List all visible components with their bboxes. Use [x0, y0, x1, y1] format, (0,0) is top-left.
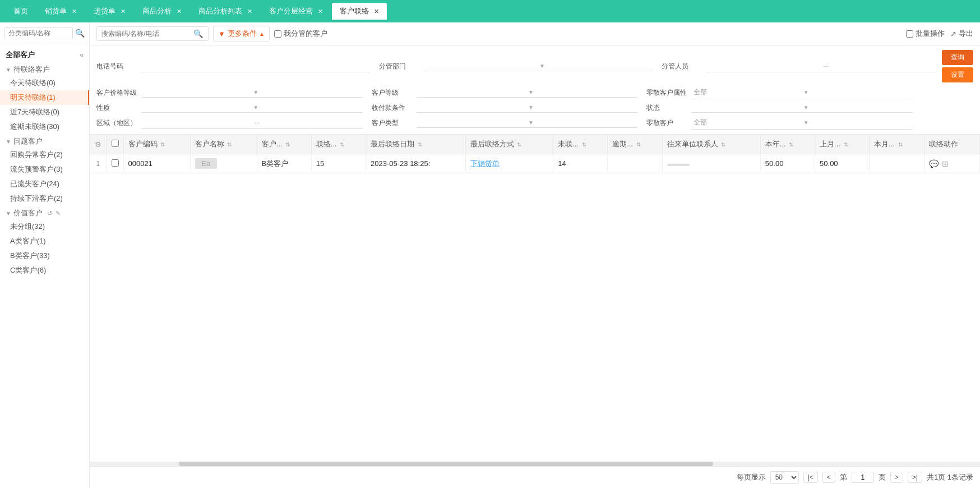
filter-dept: 分管部门 ▼	[379, 61, 653, 71]
customer-type-select[interactable]: ▼	[417, 118, 638, 128]
scrollbar-thumb[interactable]	[179, 462, 713, 466]
nav-product-analysis-list[interactable]: 商品分析列表 ✕	[191, 3, 260, 20]
sidebar-group-problem[interactable]: ▼ 问题客户	[0, 134, 89, 148]
sidebar-item-week[interactable]: 近7天待联络(0)	[0, 105, 89, 119]
my-customer-checkbox[interactable]	[274, 30, 281, 38]
select-all-checkbox[interactable]	[112, 140, 119, 147]
nav-purchase[interactable]: 进货单 ✕	[86, 3, 133, 20]
collapse-sidebar-icon[interactable]: «	[80, 51, 84, 59]
nav-product-analysis[interactable]: 商品分析 ✕	[135, 3, 189, 20]
nature-select[interactable]: ▼	[141, 103, 363, 113]
nav-customer-contact[interactable]: 客户联络 ✕	[332, 3, 387, 20]
sidebar: 🔍 全部客户 « ▼ 待联络客户 今天待联络(0) 明天待联络(1) 近7天待联…	[0, 22, 90, 488]
filter-payment-terms: 收付款条件 ▼	[372, 103, 638, 113]
reset-button[interactable]: 设置	[942, 67, 973, 82]
sidebar-item-class-a[interactable]: A类客户(1)	[0, 234, 89, 248]
row-checkbox[interactable]	[112, 159, 119, 167]
sidebar-item-lost[interactable]: 已流失客户(24)	[0, 177, 89, 191]
manager-select[interactable]: ···	[706, 61, 935, 72]
filter-row-3: 性质 ▼ 收付款条件 ▼ 状态	[96, 103, 973, 113]
sort-icon-type: ⇅	[285, 141, 290, 148]
prev-page-button[interactable]: <	[822, 472, 835, 483]
page-input[interactable]	[852, 472, 874, 483]
close-customer-tier-icon[interactable]: ✕	[318, 8, 323, 15]
filter-retail-customer: 零散客户 全部 ▼	[646, 116, 913, 130]
last-page-button[interactable]: >|	[908, 472, 922, 483]
all-customers-label: 全部客户 «	[0, 47, 89, 62]
sidebar-search-input[interactable]	[4, 27, 73, 39]
customer-level-select[interactable]: ▼	[417, 88, 638, 98]
chevron-down-icon-3: ▼	[528, 89, 635, 95]
close-product-analysis-icon[interactable]: ✕	[177, 8, 182, 15]
query-button[interactable]: 查询	[942, 50, 973, 65]
sidebar-item-class-c[interactable]: C类客户(6)	[0, 263, 89, 278]
last-method-link[interactable]: 下销货单	[470, 159, 500, 168]
grid-action-icon[interactable]: ⊞	[942, 159, 949, 168]
row-last-method[interactable]: 下销货单	[465, 154, 553, 173]
price-level-select[interactable]: ▼	[141, 88, 363, 98]
dept-select[interactable]: ▼	[424, 61, 653, 71]
payment-terms-select[interactable]: ▼	[417, 103, 638, 113]
chevron-up-icon: ▲	[259, 31, 265, 37]
sidebar-item-ungrouped[interactable]: 未分组(32)	[0, 219, 89, 234]
search-input[interactable]	[101, 30, 191, 38]
chevron-down-icon-6: ▼	[528, 104, 635, 111]
close-customer-contact-icon[interactable]: ✕	[374, 8, 379, 15]
sort-icon-date: ⇅	[418, 141, 422, 148]
edit-value-icon[interactable]: ✎	[56, 210, 61, 217]
col-unit-contact: 往来单位联系人 ⇅	[662, 135, 760, 154]
col-uncontacted: 未联... ⇅	[553, 135, 608, 154]
status-select[interactable]: ▼	[691, 103, 913, 113]
batch-operation-button[interactable]: 批量操作	[906, 29, 945, 39]
main-layout: 🔍 全部客户 « ▼ 待联络客户 今天待联络(0) 明天待联络(1) 近7天待联…	[0, 22, 980, 488]
sidebar-item-overdue[interactable]: 逾期未联络(30)	[0, 119, 89, 134]
page-size-select[interactable]: 50 100 200	[770, 471, 799, 484]
area-dots-icon[interactable]: ···	[254, 119, 360, 127]
col-last-month: 上月... ⇅	[815, 135, 870, 154]
sort-icon-unit: ⇅	[721, 141, 725, 148]
next-page-button[interactable]: >	[890, 472, 903, 483]
manager-label: 分管人员	[662, 62, 706, 71]
sidebar-item-lost-risk[interactable]: 流失预警客户(3)	[0, 162, 89, 177]
close-product-analysis-list-icon[interactable]: ✕	[247, 8, 252, 15]
sort-icon-name: ⇅	[227, 141, 232, 148]
retail-attr-select[interactable]: 全部 ▼	[691, 86, 913, 99]
col-last-method: 最后联络方式 ⇅	[465, 135, 553, 154]
settings-header[interactable]: ⚙	[90, 135, 107, 154]
nav-sales[interactable]: 销货单 ✕	[37, 3, 85, 20]
sidebar-group-value[interactable]: ▼ 价值客户 ↺ ✎	[0, 206, 89, 219]
phone-input[interactable]	[141, 61, 370, 72]
content-area: 🔍 ▼ 更多条件 ▲ 我分管的客户 批量操作 ↗ 导出	[90, 22, 980, 488]
nav-home[interactable]: 首页	[6, 3, 36, 20]
sidebar-item-repeat-abnormal[interactable]: 回购异常客户(2)	[0, 148, 89, 162]
col-this-year: 本年... ⇅	[760, 135, 815, 154]
horizontal-scrollbar[interactable]	[90, 462, 980, 466]
arrow-icon-3: ▼	[6, 210, 11, 217]
sidebar-group-pending-contact[interactable]: ▼ 待联络客户	[0, 62, 89, 76]
sidebar-item-class-b[interactable]: B类客户(33)	[0, 248, 89, 263]
pagination: 每页显示 50 100 200 |< < 第 页 > >| 共1页 1条记录	[90, 466, 980, 488]
my-customer-checkbox-area[interactable]: 我分管的客户	[274, 29, 327, 39]
row-overdue	[608, 154, 662, 173]
col-last-date: 最后联络日期 ⇅	[366, 135, 466, 154]
retail-customer-select[interactable]: 全部 ▼	[691, 116, 913, 130]
close-purchase-icon[interactable]: ✕	[121, 8, 126, 15]
col-overdue: 逾期... ⇅	[608, 135, 662, 154]
search-icon[interactable]: 🔍	[193, 29, 203, 38]
refresh-value-icon[interactable]: ↺	[47, 210, 52, 217]
export-button[interactable]: ↗ 导出	[950, 29, 973, 39]
sidebar-item-today[interactable]: 今天待联络(0)	[0, 76, 89, 90]
manager-dots-icon[interactable]: ···	[823, 62, 933, 70]
more-filter-button[interactable]: ▼ 更多条件 ▲	[213, 26, 270, 42]
table-header-row: ⚙ 客户编码 ⇅ 客户名称 ⇅ 客户...	[90, 135, 980, 154]
col-contact-count: 联络... ⇅	[311, 135, 366, 154]
chat-action-icon[interactable]: 💬	[929, 159, 939, 168]
sidebar-item-continuous-down[interactable]: 持续下滑客户(2)	[0, 191, 89, 206]
area-select[interactable]: ···	[141, 117, 363, 129]
sidebar-item-tomorrow[interactable]: 明天待联络(1)	[0, 90, 89, 105]
batch-checkbox[interactable]	[906, 30, 913, 38]
sidebar-search-icon[interactable]: 🔍	[75, 29, 85, 38]
first-page-button[interactable]: |<	[803, 472, 818, 483]
close-sales-icon[interactable]: ✕	[72, 8, 77, 15]
nav-customer-tier[interactable]: 客户分层经营 ✕	[261, 3, 331, 20]
